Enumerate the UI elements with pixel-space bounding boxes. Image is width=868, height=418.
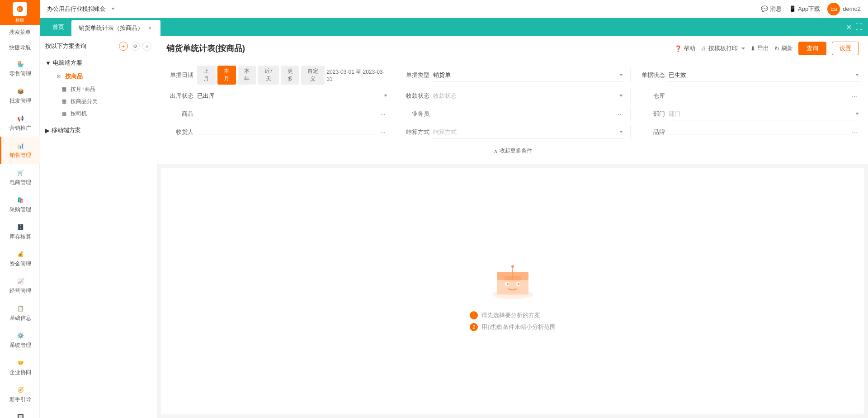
- filter-field-salesperson: 业务员 ···: [402, 110, 623, 118]
- receipt-status-select[interactable]: 收款状态: [433, 90, 623, 102]
- sidebar-item-inventory[interactable]: 🗄️ 库存核算: [0, 218, 40, 245]
- tab-expand-icon[interactable]: ⛶: [855, 23, 863, 31]
- empty-state: 1 请先选择要分析的方案 2 用[过滤]条件来缩小分析范围: [161, 168, 864, 414]
- tab-home[interactable]: 首页: [45, 18, 71, 36]
- tab-home-label: 首页: [52, 23, 64, 31]
- sidebar-item-enterprise[interactable]: 🤝 企业协同: [0, 354, 40, 381]
- by-cashier-label: 按司机: [71, 110, 87, 117]
- help-button[interactable]: ❓ 帮助: [675, 44, 695, 52]
- out-status-dropdown-icon: [384, 95, 387, 97]
- sidebar-item-ecommerce[interactable]: 🛒 电商管理: [0, 164, 40, 191]
- dept-select[interactable]: 部门: [669, 108, 859, 120]
- date-btn-this-month[interactable]: 本月: [217, 66, 236, 85]
- workspace-dropdown-icon[interactable]: [111, 8, 115, 10]
- main-content: 销货单统计表(按商品) ❓ 帮助 🖨 按模板打印 ⬇: [157, 36, 868, 418]
- filter-row-2: 出库状态 已出库 收款状态 收款状态: [166, 89, 859, 103]
- doc-type-select[interactable]: 销货单: [433, 69, 623, 81]
- sidebar-item-basic[interactable]: 📋 基础信息: [0, 299, 40, 327]
- by-cashier-icon: ▦: [61, 110, 66, 117]
- date-btn-custom[interactable]: 自定义: [301, 66, 325, 85]
- refresh-button[interactable]: ↻ 刷新: [774, 44, 793, 52]
- brand-input[interactable]: [669, 130, 846, 134]
- svg-point-9: [507, 283, 509, 285]
- doc-type-label: 单据类型: [402, 71, 429, 79]
- search-menu-label: 搜索菜单: [9, 28, 31, 36]
- sidebar-item-finance[interactable]: 💰 资金管理: [0, 245, 40, 272]
- filter-add-button[interactable]: +: [119, 42, 128, 51]
- sidebar-item-purchase[interactable]: 🛍️ 采购管理: [0, 191, 40, 218]
- filter-group-pc-title[interactable]: ▼ 电脑端方案: [45, 56, 151, 70]
- sidebar-search-area[interactable]: 搜索菜单: [0, 25, 39, 40]
- doc-status-select[interactable]: 已生效: [669, 69, 859, 81]
- date-btn-more[interactable]: 更多: [281, 66, 299, 85]
- app-download-button[interactable]: 📱 App下载: [789, 5, 820, 13]
- tab-close-icon[interactable]: ✕: [146, 24, 153, 32]
- salesperson-input[interactable]: [433, 112, 611, 116]
- retail-icon: 🏪: [16, 60, 25, 69]
- divider-6: [630, 107, 631, 121]
- filter-item-by-month-product[interactable]: ▦ 按月+商品: [45, 83, 151, 95]
- sidebar-item-apps[interactable]: 🔲 应用中心: [0, 408, 40, 418]
- marketing-icon: 📢: [16, 114, 25, 123]
- consignee-input[interactable]: [197, 130, 375, 134]
- collapse-bar[interactable]: ∧ 收起更多条件: [166, 143, 859, 158]
- sidebar-item-marketing[interactable]: 📢 营销推广: [0, 109, 40, 137]
- divider-8: [630, 125, 631, 139]
- user-info[interactable]: Ea demo2: [827, 3, 861, 15]
- date-btn-prev-month[interactable]: 上月: [197, 66, 216, 85]
- settings-button[interactable]: 设置: [832, 42, 859, 55]
- date-btn-this-year[interactable]: 本年: [238, 66, 256, 85]
- tab-sales-stat-label: 销货单统计表（按商品）: [79, 24, 143, 32]
- export-button[interactable]: ⬇ 导出: [750, 44, 769, 52]
- empty-illustration: [486, 252, 540, 306]
- product-more-btn[interactable]: ···: [378, 110, 387, 118]
- finance-icon: 💰: [16, 250, 25, 259]
- receipt-status-placeholder: 收款状态: [433, 92, 457, 100]
- filter-form: 单据日期 上月 本月 本年 近7天 更多 自定义 2023-03-01 至 20…: [157, 60, 868, 164]
- tab-close-all-icon[interactable]: ✕: [846, 23, 852, 32]
- filter-field-brand: 品牌 ···: [638, 128, 859, 136]
- receipt-status-dropdown-icon: [619, 95, 623, 97]
- dept-label: 部门: [638, 110, 665, 118]
- purchase-icon: 🛍️: [16, 195, 25, 204]
- apps-icon: 🔲: [16, 413, 25, 418]
- sidebar-item-sales[interactable]: 📊 销售管理: [0, 137, 40, 164]
- salesperson-more-btn[interactable]: ···: [614, 110, 623, 118]
- sales-icon: 📊: [16, 141, 25, 150]
- sidebar-item-retail[interactable]: 🏪 零售管理: [0, 55, 40, 82]
- filter-settings-button[interactable]: ⚙: [131, 42, 140, 51]
- finance-label: 资金管理: [9, 260, 31, 268]
- filter-item-by-product-category[interactable]: ▦ 按商品分类: [45, 95, 151, 108]
- guide-icon: 🧭: [16, 385, 25, 394]
- message-button[interactable]: 💬 消息: [761, 5, 782, 13]
- filter-field-receipt-status: 收款状态 收款状态: [402, 90, 623, 102]
- filter-collapse-button[interactable]: «: [142, 42, 151, 51]
- consignee-more-btn[interactable]: ···: [378, 128, 387, 136]
- by-product-icon: ⊙: [54, 72, 62, 81]
- date-btn-7days[interactable]: 近7天: [258, 66, 279, 85]
- payment-select[interactable]: 结算方式: [433, 126, 623, 138]
- export-label: 导出: [757, 44, 769, 52]
- out-status-select[interactable]: 已出库: [197, 90, 387, 102]
- main-area: 办公用品行业模拟账套 💬 消息 📱 App下载 Ea demo2 首页 销货单统…: [40, 0, 868, 418]
- quick-nav-label: 快捷导航: [9, 44, 31, 52]
- filter-item-by-product[interactable]: ⊙ 按商品: [45, 70, 151, 83]
- user-name: demo2: [843, 5, 861, 12]
- filter-group-mobile-title[interactable]: ▶ 移动端方案: [45, 124, 151, 137]
- sidebar-quick-nav[interactable]: 快捷导航: [9, 40, 31, 55]
- warehouse-input[interactable]: [669, 94, 846, 98]
- tab-sales-stat[interactable]: 销货单统计表（按商品） ✕: [71, 20, 160, 36]
- product-input[interactable]: [197, 112, 375, 116]
- enterprise-label: 企业协同: [9, 369, 31, 376]
- warehouse-more-btn[interactable]: ···: [850, 92, 859, 100]
- by-product-category-label: 按商品分类: [71, 98, 98, 104]
- operations-label: 经营管理: [9, 287, 31, 295]
- sidebar-item-system[interactable]: ⚙️ 系统管理: [0, 327, 40, 354]
- sidebar-item-operations[interactable]: 📈 经营管理: [0, 272, 40, 299]
- filter-item-by-cashier[interactable]: ▦ 按司机: [45, 108, 151, 120]
- sidebar-item-wholesale[interactable]: 📦 批发管理: [0, 82, 40, 109]
- template-print-button[interactable]: 🖨 按模板打印: [701, 44, 745, 52]
- sidebar-item-guide[interactable]: 🧭 新手引导: [0, 381, 40, 408]
- query-button[interactable]: 查询: [798, 42, 826, 55]
- brand-more-btn[interactable]: ···: [850, 128, 859, 136]
